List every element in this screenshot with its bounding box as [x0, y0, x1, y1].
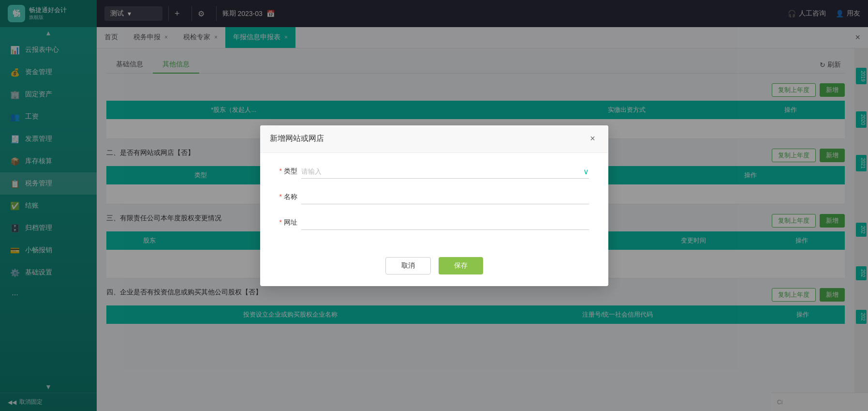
required-star-type: *: [280, 167, 282, 175]
type-input-wrapper: ∨: [301, 165, 589, 179]
type-dropdown-arrow[interactable]: ∨: [583, 167, 589, 176]
form-field-name: * 名称: [280, 190, 589, 204]
save-button[interactable]: 保存: [439, 257, 483, 274]
form-field-url: * 网址: [280, 216, 589, 230]
type-input[interactable]: [301, 165, 589, 179]
modal-overlay[interactable]: 新增网站或网店 × * 类型 ∨ * 名称: [0, 0, 868, 411]
modal-body: * 类型 ∨ * 名称: [260, 153, 608, 249]
name-input-wrapper: [301, 190, 589, 204]
modal-title: 新增网站或网店: [270, 134, 587, 144]
form-field-type: * 类型 ∨: [280, 165, 589, 179]
modal-add-website: 新增网站或网店 × * 类型 ∨ * 名称: [260, 125, 608, 286]
url-input[interactable]: [301, 216, 589, 230]
modal-close-button[interactable]: ×: [587, 133, 599, 145]
type-label: * 类型: [280, 167, 297, 176]
modal-footer: 取消 保存: [260, 249, 608, 286]
cancel-button[interactable]: 取消: [385, 257, 431, 274]
name-input[interactable]: [301, 190, 589, 204]
url-label: * 网址: [280, 218, 297, 227]
url-input-wrapper: [301, 216, 589, 230]
name-label: * 名称: [280, 193, 297, 201]
required-star-name: *: [280, 193, 282, 200]
required-star-url: *: [280, 218, 282, 226]
modal-header: 新增网站或网店 ×: [260, 125, 608, 153]
